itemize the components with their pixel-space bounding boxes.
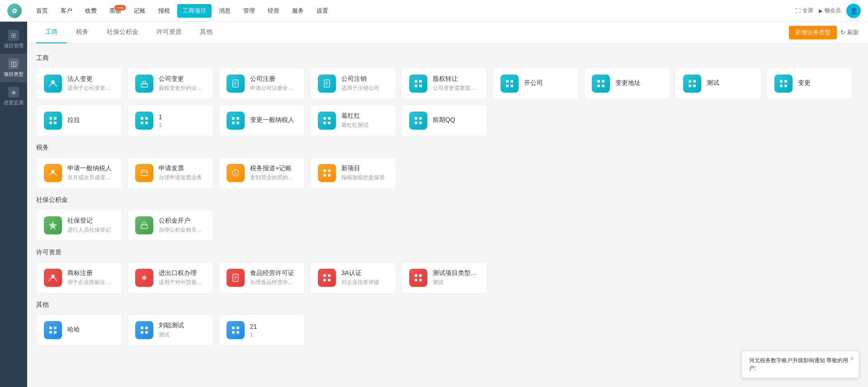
nav-item-报税[interactable]: 报税 — [153, 4, 175, 18]
card-食品经营许可证[interactable]: 食品经营许可证办理食品经营许可证 — [219, 262, 305, 294]
section-title-许可资质: 许可资质 — [36, 248, 859, 256]
card-desc: 葛红红测试 — [341, 121, 388, 129]
card-刘聪测试[interactable]: 刘聪测试测试 — [127, 314, 213, 346]
card-税务报道+记账[interactable]: ¥税务报道+记账拿到营业执照的新公司 — [219, 157, 305, 189]
card-name: 申请一般纳税人 — [67, 164, 114, 173]
svg-rect-31 — [49, 117, 52, 120]
card-1[interactable]: 11 — [127, 105, 213, 136]
card-变更地址[interactable]: 变更地址 — [584, 68, 670, 99]
card-申请发票[interactable]: 申请发票办理申请发票业务 — [127, 157, 213, 189]
card-开公司[interactable]: 开公司 — [493, 68, 579, 99]
nav-item-收费[interactable]: 收费 — [80, 4, 102, 18]
card-申请一般纳税人[interactable]: 申请一般纳税人当月或次月成变更完成 — [36, 157, 122, 189]
fullscreen-btn[interactable]: ⛶ 全屏 — [795, 7, 813, 14]
card-法人变更[interactable]: 法人变更适用于公司变更法人 — [36, 68, 122, 99]
card-info: 测试 — [707, 79, 754, 89]
card-商标注册[interactable]: 商标注册用于企业商标注册服务 — [36, 262, 122, 294]
refresh-button[interactable]: ↻ 刷新 — [840, 28, 859, 37]
sidebar-item-进度监测[interactable]: ◈进度监测 — [0, 82, 27, 111]
card-社保登记[interactable]: 社保登记进行人员社保登记 — [36, 210, 122, 241]
card-info: 公司注册申请公司注册全流程 — [250, 75, 297, 92]
card-info: 申请一般纳税人当月或次月成变更完成 — [67, 164, 114, 182]
svg-rect-13 — [415, 84, 417, 87]
nav-item-首页[interactable]: 首页 — [31, 4, 53, 18]
svg-rect-25 — [689, 84, 691, 87]
nav-item-记账[interactable]: 记账 — [128, 4, 151, 18]
cards-grid-工商: 法人变更适用于公司变更法人公司变更股权变更外的业务变更公司注册申请公司注册全流程… — [36, 68, 859, 136]
svg-rect-44 — [328, 117, 330, 120]
card-info: 11 — [159, 113, 206, 128]
svg-rect-82 — [236, 326, 239, 329]
card-公司注册[interactable]: 公司注册申请公司注册全流程 — [219, 68, 305, 99]
nav-item-票据[interactable]: 票据new — [104, 4, 127, 18]
nav-right: ⛶ 全屏 ▶ 畅会员 👤 — [795, 4, 861, 18]
card-desc: 拿到营业执照的新公司 — [250, 174, 297, 182]
card-股权转让[interactable]: 股权转让公司变更需要股权转让 — [401, 68, 487, 99]
card-icon — [592, 75, 610, 93]
tab-税务[interactable]: 税务 — [67, 22, 98, 43]
tab-社保公积金[interactable]: 社保公积金 — [98, 22, 147, 43]
tab-其他[interactable]: 其他 — [191, 22, 222, 43]
card-icon — [44, 164, 62, 182]
new-type-button[interactable]: 新增业务类型 — [789, 26, 837, 39]
card-拉拉[interactable]: 拉拉 — [36, 105, 122, 136]
svg-rect-42 — [236, 121, 239, 124]
nav-item-工商项目[interactable]: 工商项目 — [177, 4, 212, 18]
card-info: 公积金开户办理公积金相关业务 — [159, 217, 206, 234]
svg-rect-72 — [419, 279, 422, 281]
svg-rect-12 — [419, 80, 422, 83]
nav-item-管理[interactable]: 管理 — [238, 4, 260, 18]
card-icon — [226, 269, 245, 287]
svg-rect-78 — [145, 326, 148, 329]
card-变更一般纳税人[interactable]: 变更一般纳税人 — [219, 105, 305, 136]
svg-rect-33 — [49, 121, 52, 124]
card-icon — [135, 112, 153, 130]
nav-item-消息[interactable]: 消息 — [213, 4, 236, 18]
svg-rect-34 — [54, 121, 57, 124]
svg-rect-56 — [328, 169, 330, 172]
card-desc: 适用于对外贸易经营者 — [159, 279, 206, 286]
card-desc: 公司变更需要股权转让 — [433, 84, 480, 92]
avatar[interactable]: 👤 — [846, 4, 861, 18]
tab-工商[interactable]: 工商 — [36, 22, 67, 43]
svg-rect-58 — [328, 174, 330, 177]
sidebar-item-项目管理[interactable]: ⊞项目管理 — [0, 25, 27, 54]
card-icon — [44, 112, 62, 130]
card-icon — [135, 164, 153, 182]
nav-item-客户[interactable]: 客户 — [55, 4, 78, 18]
card-info: 申请发票办理申请发票业务 — [159, 164, 206, 182]
nav-item-经营[interactable]: 经营 — [262, 4, 285, 18]
nav-item-服务[interactable]: 服务 — [287, 4, 309, 18]
card-icon — [44, 321, 62, 339]
svg-rect-81 — [232, 326, 235, 329]
svg-rect-68 — [328, 279, 330, 281]
card-新项目[interactable]: 新项目报税加税控盘保管 — [310, 157, 396, 189]
card-公司注销[interactable]: 公司注销适用于注销公司 — [310, 68, 396, 99]
tab-许可资质[interactable]: 许可资质 — [147, 22, 191, 43]
card-desc: 办理申请发票业务 — [159, 174, 206, 182]
card-公积金开户[interactable]: 公积金开户办理公积金相关业务 — [127, 210, 213, 241]
card-desc: 适用于公司变更法人 — [67, 84, 114, 92]
card-哈哈[interactable]: 哈哈 — [36, 314, 122, 346]
member-btn[interactable]: ▶ 畅会员 — [819, 7, 841, 14]
card-前期QQ[interactable]: 前期QQ — [401, 105, 487, 136]
card-公司变更[interactable]: 公司变更股权变更外的业务变更 — [127, 68, 213, 99]
card-变更[interactable]: 变更 — [767, 68, 853, 99]
card-desc: 报税加税控盘保管 — [341, 174, 388, 182]
svg-rect-48 — [419, 117, 422, 120]
card-name: 21 — [250, 323, 297, 330]
svg-rect-75 — [49, 331, 52, 334]
card-3A认证[interactable]: 3A认证对企业信誉评级 — [310, 262, 396, 294]
top-nav: ✿ 首页客户收费票据new记账报税工商项目消息管理经营服务设置 ⛶ 全屏 ▶ 畅… — [0, 0, 868, 22]
card-进出口权办理[interactable]: 进出口权办理适用于对外贸易经营者 — [127, 262, 213, 294]
card-icon — [44, 75, 62, 93]
card-21[interactable]: 211 — [219, 314, 305, 346]
sidebar-item-项目类型[interactable]: ◫项目类型 — [0, 54, 27, 82]
nav-item-设置[interactable]: 设置 — [311, 4, 334, 18]
card-name: 公司变更 — [159, 75, 206, 83]
notification-close[interactable]: × — [850, 355, 854, 362]
card-测试项目类型目定义[interactable]: 测试项目类型目定义测试 — [401, 262, 487, 294]
card-葛红红[interactable]: 葛红红葛红红测试 — [310, 105, 396, 136]
card-desc: 办理食品经营许可证 — [250, 279, 297, 286]
card-测试[interactable]: 测试 — [675, 68, 761, 99]
